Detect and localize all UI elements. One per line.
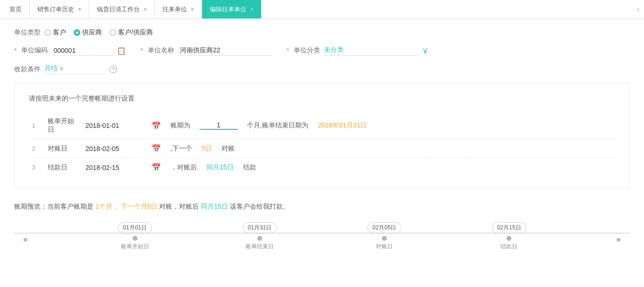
preview-section: 账期预览：当前客户账期是 1个月， 下一个月5日 对账，对账后 同月15日 该客… [14,198,630,211]
timeline-badge-1: 01月01日 [118,222,152,233]
payment-condition-row: 收款条件 月结 ∨ ? [14,64,630,74]
timeline-right-end-dot [617,238,620,242]
period-months-input[interactable] [200,121,237,130]
period-row-1: 1 账单开始日 2018-01-01 📅 账期为 个月,账单结束日期为 2018… [29,112,615,139]
timeline-dot-4 [507,236,511,241]
timeline-badge-3: 02月05日 [367,222,402,233]
timeline-label-1: 账单开始日 [121,243,149,251]
tab-edit-partner-label: 编辑往来单位 [210,5,246,14]
tab-cash-work-close[interactable]: × [144,6,147,13]
period-row-1-end-date: 2018年01月31日 [318,121,367,130]
unit-type-row: 单位类型 客户 供应商 客户/供应商 [14,28,630,37]
payment-condition-value: 月结 [44,64,58,73]
unit-code-label: 单位编码 [21,46,48,55]
period-row-1-desc-before: 账期为 [170,121,190,130]
tab-edit-partner-close[interactable]: × [250,6,254,13]
period-row-1-desc-after: 个月,账单结束日期为 [247,121,308,130]
tab-home[interactable]: 首页 [0,0,30,18]
period-row-2: 2 对账日 2018-02-05 📅 ,下一个 5日 对账 [29,139,615,158]
timeline-badge-2: 01月31日 [243,222,277,233]
timeline-items: 01月01日 账单开始日 01月31日 账单结束日 02月05日 对账日 02月… [19,222,625,251]
timeline-node-2: 01月31日 账单结束日 [243,222,277,251]
radio-customer[interactable]: 客户 [44,28,66,37]
period-row-2-label: 对账日 [48,144,76,153]
unit-type-label: 单位类型 [14,28,41,37]
radio-customer-supplier-circle [110,29,116,36]
unit-name-star: * [140,47,143,54]
timeline-dot-3 [382,236,387,241]
period-row-1-calendar-icon[interactable]: 📅 [152,121,161,130]
radio-supplier[interactable]: 供应商 [74,28,102,37]
period-row-3-highlight: 同月15日 [206,163,234,172]
timeline-label-4: 结款日 [500,243,517,251]
tab-cash-work[interactable]: 钱货日清工作台 × [89,0,155,18]
period-row-2-desc: ,下一个 [170,144,192,153]
period-row-3: 3 结款日 2018-02-15 📅 ，对账后 同月15日 结款 [29,158,615,177]
unit-category-dropdown-icon[interactable]: ∨ [422,45,428,56]
period-settings-title: 请按照未来的一个完整帐期进行设置 [29,94,615,103]
period-row-1-num: 1 [29,122,38,129]
unit-name-field: * 单位名称 [140,46,272,56]
preview-part4: 同月15日 [201,203,228,210]
timeline-badge-4: 02月15日 [492,222,526,233]
period-row-3-num: 3 [29,164,38,171]
payment-condition-select[interactable]: 月结 ∨ [44,64,106,74]
radio-customer-supplier-label: 客户/供应商 [118,28,153,37]
timeline-node-1: 01月01日 账单开始日 [118,222,152,251]
unit-info-row: * 单位编码 📋 * 单位名称 * 单位分类 未分类 ∨ [14,45,630,56]
tab-cash-work-label: 钱货日清工作台 [97,5,140,14]
unit-category-star: * [287,47,289,54]
period-row-2-num: 2 [29,145,38,152]
tab-partner-label: 往来单位 [162,5,187,14]
unit-name-label: 单位名称 [148,46,174,55]
tab-sales-history[interactable]: 销售订单历史 × [30,0,89,18]
payment-condition-help-icon[interactable]: ? [110,66,117,73]
timeline-node-4: 02月15日 结款日 [492,222,526,251]
timeline-dot-2 [257,236,262,241]
preview-part5: 该客户会给我打款。 [230,203,289,210]
period-row-2-date: 2018-02-05 [85,145,142,152]
preview-part2: 下一个月5日 [121,203,158,210]
radio-supplier-label: 供应商 [82,28,102,37]
unit-name-input[interactable] [178,46,272,56]
radio-supplier-circle [74,29,80,36]
tab-partner-close[interactable]: × [191,6,194,13]
payment-condition-label: 收款条件 [14,65,41,74]
timeline: 01月01日 账单开始日 01月31日 账单结束日 02月05日 对账日 02月… [14,222,630,251]
tab-arrow[interactable]: › [632,0,644,18]
unit-code-icon[interactable]: 📋 [117,46,126,55]
payment-condition-field: 收款条件 月结 ∨ ? [14,64,117,74]
main-content: 单位类型 客户 供应商 客户/供应商 * 单位编码 [0,19,644,287]
timeline-label-3: 对账日 [376,243,393,251]
unit-category-select[interactable]: 未分类 [324,46,418,56]
radio-customer-supplier[interactable]: 客户/供应商 [110,28,153,37]
period-row-3-date: 2018-02-15 [85,164,142,171]
preview-part1: 1个月， [95,203,119,210]
period-settings-box: 请按照未来的一个完整帐期进行设置 1 账单开始日 2018-01-01 📅 账期… [14,83,630,188]
unit-category-field: * 单位分类 未分类 ∨ [287,45,428,56]
timeline-dot-1 [133,236,137,241]
unit-type-field: 单位类型 客户 供应商 客户/供应商 [14,28,153,37]
preview-label: 账期预览：当前客户账期是 [14,203,93,210]
period-row-1-date: 2018-01-01 [85,122,142,129]
period-row-3-desc: ，对账后 [170,163,197,172]
unit-code-star: * [14,47,17,54]
timeline-left-end-dot [24,238,27,242]
unit-code-input[interactable] [51,46,113,56]
unit-type-radio-group: 客户 供应商 客户/供应商 [44,28,153,37]
period-row-3-label: 结款日 [48,163,76,172]
period-row-2-highlight: 5日 [202,144,212,153]
period-row-1-label: 账单开始日 [48,117,76,134]
unit-category-value: 未分类 [324,46,344,54]
tab-edit-partner[interactable]: 编辑往来单位 × [202,0,262,18]
tab-sales-history-close[interactable]: × [78,6,81,13]
tab-bar: 首页 销售订单历史 × 钱货日清工作台 × 往来单位 × 编辑往来单位 × › [0,0,644,19]
period-row-3-calendar-icon[interactable]: 📅 [152,163,161,172]
unit-code-field: * 单位编码 📋 [14,46,126,56]
period-row-2-calendar-icon[interactable]: 📅 [152,144,161,153]
preview-part3: 对账，对账后 [159,203,199,210]
period-row-2-suffix: 对账 [221,144,235,153]
tab-partner[interactable]: 往来单位 × [155,0,202,18]
timeline-node-3: 02月05日 对账日 [367,222,402,251]
unit-category-label: 单位分类 [294,46,320,55]
